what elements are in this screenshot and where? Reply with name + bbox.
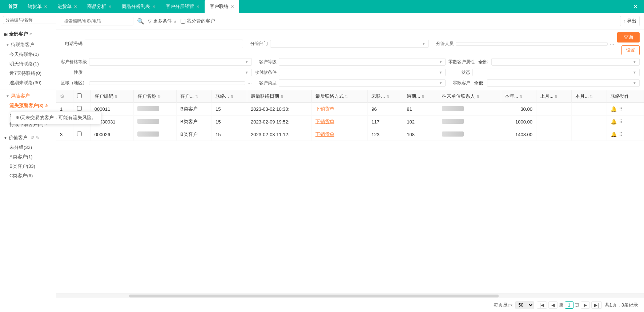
row-checkbox[interactable] <box>77 131 82 136</box>
col-name[interactable]: 客户名称 ⇅ <box>133 90 176 103</box>
phone-input[interactable] <box>85 40 243 48</box>
close-icon[interactable]: ✕ <box>44 4 47 9</box>
col-this-year[interactable]: 本年... ⇅ <box>501 90 536 103</box>
sort-icon[interactable]: ⇅ <box>590 94 593 98</box>
sidebar-item-class-a[interactable]: A类客户(1) <box>0 152 56 162</box>
collapse-icon[interactable]: « <box>29 32 32 37</box>
settings-icon[interactable]: ⚙ <box>60 93 65 99</box>
col-contact-person[interactable]: 往来单位联系人 ⇅ <box>438 90 501 103</box>
close-icon[interactable]: ✕ <box>108 4 112 9</box>
export-button[interactable]: ↑ 导出 <box>620 16 640 26</box>
close-icon[interactable]: ✕ <box>196 4 200 9</box>
close-icon[interactable]: ✕ <box>152 4 156 9</box>
col-last-contact-method[interactable]: 最后联络方式 ⇅ <box>311 90 367 103</box>
per-page-select[interactable]: 50 100 <box>515 301 534 309</box>
search-input[interactable] <box>61 17 133 25</box>
col-uncontacted[interactable]: 未联... ⇅ <box>368 90 403 103</box>
contact-method-link[interactable]: 下销货单 <box>315 106 334 112</box>
tab-product-analysis[interactable]: 商品分析 ✕ <box>82 0 117 13</box>
col-contact-count[interactable]: 联络... ⇅ <box>212 90 247 103</box>
sort-icon[interactable]: ⇅ <box>230 94 233 98</box>
sort-icon[interactable]: ⇅ <box>476 94 479 98</box>
sort-icon[interactable]: ⇅ <box>114 94 117 98</box>
tab-product-list[interactable]: 商品分析列表 ✕ <box>117 0 161 13</box>
sort-icon[interactable]: ⇅ <box>386 94 389 98</box>
manager-ellipsis[interactable]: ··· <box>610 41 614 47</box>
contact-action-icon[interactable]: 🔔 <box>611 106 617 112</box>
sidebar-item-ungrouped[interactable]: 未分组(32) <box>0 143 56 152</box>
zero-attr-select[interactable]: ▼ <box>491 58 640 66</box>
my-customers-filter[interactable]: 我分管的客户 <box>181 18 215 24</box>
query-button[interactable]: 查询 <box>617 32 640 42</box>
cell-last-method[interactable]: 下销货单 <box>311 128 367 141</box>
more-action-icon[interactable]: ⠿ <box>619 106 623 112</box>
sidebar-item-7days[interactable]: 近7天待联络(0) <box>0 69 56 78</box>
settings-button[interactable]: 设置 <box>621 45 640 55</box>
more-conditions-toggle[interactable]: ▽ 更多条件 ▲ <box>148 18 177 24</box>
tab-purchase[interactable]: 进货单 ✕ <box>52 0 82 13</box>
sidebar-all-customers[interactable]: ⊞ 全部客户 « <box>0 29 56 40</box>
next-page-button[interactable]: ▶ <box>581 301 590 309</box>
sort-icon[interactable]: ⇅ <box>345 94 348 98</box>
tab-sales[interactable]: 销货单 ✕ <box>23 0 52 13</box>
sort-icon[interactable]: ⇅ <box>281 94 283 98</box>
more-action-icon[interactable]: ⠿ <box>619 131 623 137</box>
cell-last-method[interactable]: 下销货单 <box>311 103 367 116</box>
sort-icon[interactable]: ⇅ <box>555 94 558 98</box>
sort-icon[interactable]: ⇅ <box>422 94 424 98</box>
col-type[interactable]: 客户... ⇅ <box>177 90 212 103</box>
sidebar-search-input[interactable] <box>3 16 56 24</box>
sidebar-item-class-b[interactable]: B类客户(33) <box>0 162 56 171</box>
col-settings[interactable]: ⚙ <box>56 90 73 103</box>
area-select[interactable] <box>89 81 245 85</box>
tab-customer-contact[interactable]: 客户联络 ✕ <box>205 0 239 13</box>
scrollbar-thumb[interactable] <box>129 295 499 297</box>
sidebar-item-overdue[interactable]: 逾期未联络(30) <box>0 78 56 88</box>
close-icon[interactable]: ✕ <box>74 4 77 9</box>
tab-home[interactable]: 首页 <box>3 0 23 13</box>
prev-page-button[interactable]: ◀ <box>548 301 558 309</box>
price-level-select[interactable]: ▼ <box>89 58 252 66</box>
sort-icon[interactable]: ⇅ <box>158 94 161 98</box>
col-this-month[interactable]: 本月... ⇅ <box>571 90 607 103</box>
dept-select[interactable]: ▼ <box>270 40 428 48</box>
area-ellipsis[interactable]: ··· <box>247 80 252 86</box>
sort-icon[interactable]: ⇅ <box>195 94 198 98</box>
last-page-button[interactable]: ▶| <box>591 301 601 309</box>
manager-select[interactable] <box>456 42 608 46</box>
row-checkbox[interactable] <box>77 106 82 111</box>
col-checkbox[interactable] <box>73 90 90 103</box>
sidebar-group-pending-contact[interactable]: ▼ 待联络客户 <box>0 40 56 50</box>
my-customers-checkbox[interactable] <box>181 19 185 24</box>
sidebar-item-class-c[interactable]: C类客户(6) <box>0 171 56 181</box>
customer-type-select[interactable]: ▼ <box>279 79 446 87</box>
sort-icon[interactable]: ⇅ <box>519 94 522 98</box>
status-select[interactable]: ▼ <box>472 69 640 76</box>
cell-checkbox[interactable] <box>73 128 90 141</box>
sidebar-group-value[interactable]: ▼ 价值客户 ↺ ✎ <box>0 133 56 143</box>
customer-level-select[interactable]: ▼ <box>279 58 446 66</box>
horizontal-scrollbar[interactable] <box>56 293 644 298</box>
cell-last-method[interactable]: 下销货单 <box>311 116 367 128</box>
contact-action-icon[interactable]: 🔔 <box>611 131 617 137</box>
edit-icon[interactable]: ✎ <box>36 135 39 140</box>
sidebar-group-risk[interactable]: ▼ 风险客户 <box>0 91 56 101</box>
zero-customer-select[interactable]: ▼ <box>487 79 640 87</box>
contact-method-link[interactable]: 下销货单 <box>315 119 334 124</box>
select-all-checkbox[interactable] <box>77 93 82 98</box>
sidebar-item-tomorrow[interactable]: 明天待联络(1) <box>0 59 56 69</box>
first-page-button[interactable]: |◀ <box>537 301 547 309</box>
refresh-icon[interactable]: ↺ <box>31 135 34 140</box>
close-icon[interactable]: ✕ <box>231 4 234 9</box>
col-last-month[interactable]: 上月... ⇅ <box>536 90 571 103</box>
contact-method-link[interactable]: 下销货单 <box>315 131 334 137</box>
col-last-contact-date[interactable]: 最后联络日期 ⇅ <box>247 90 312 103</box>
more-action-icon[interactable]: ⠿ <box>619 119 623 125</box>
window-close-button[interactable]: ✕ <box>630 3 641 11</box>
col-code[interactable]: 客户编码 ⇅ <box>90 90 133 103</box>
tab-customer-tier[interactable]: 客户分层经营 ✕ <box>161 0 205 13</box>
sidebar-item-churn-warning[interactable]: 流失预警客户(3) ⚠ <box>0 101 56 110</box>
col-overdue[interactable]: 逾期... ⇅ <box>403 90 438 103</box>
payment-select[interactable]: ▼ <box>279 69 446 76</box>
search-button[interactable]: 🔍 <box>137 18 144 25</box>
